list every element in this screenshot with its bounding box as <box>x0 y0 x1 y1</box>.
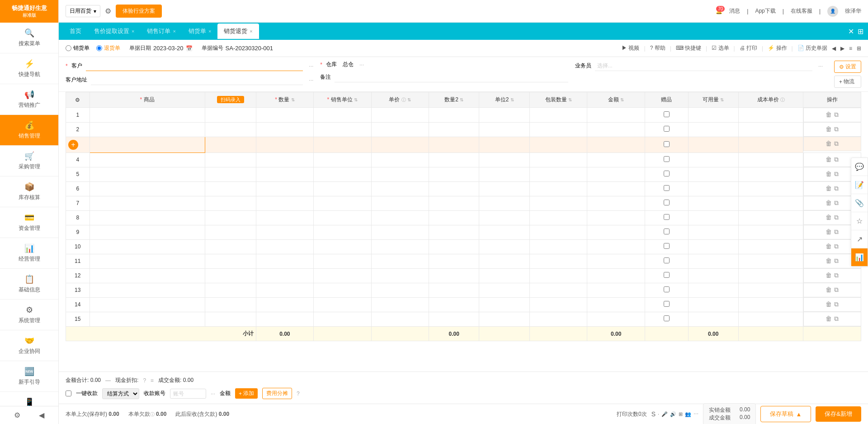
gift-checkbox-7[interactable] <box>664 200 670 205</box>
row-qty-11[interactable] <box>256 254 313 268</box>
row-cost-4[interactable] <box>739 152 803 167</box>
row-gift-15[interactable] <box>645 312 688 327</box>
delete-icon-2[interactable]: 🗑 <box>826 125 832 133</box>
row-unit-12[interactable] <box>314 268 371 283</box>
delete-icon-11[interactable]: 🗑 <box>826 257 832 265</box>
unit2-sort-icon[interactable]: ⇅ <box>510 97 514 102</box>
row-gift-1[interactable] <box>645 108 688 123</box>
customer-dots[interactable]: ··· <box>309 63 313 69</box>
row-cost-8[interactable] <box>739 210 803 225</box>
copy-icon-4[interactable]: ⧉ <box>834 156 839 164</box>
copy-icon-15[interactable]: ⧉ <box>834 315 839 323</box>
copy-icon-9[interactable]: ⧉ <box>834 228 839 236</box>
row-qty2-14[interactable] <box>429 297 479 312</box>
copy-icon-2[interactable]: ⧉ <box>834 125 839 133</box>
row-gift-5[interactable] <box>645 167 688 181</box>
row-gift-8[interactable] <box>645 210 688 225</box>
row-gift-7[interactable] <box>645 196 688 210</box>
row-price-8[interactable] <box>371 210 429 225</box>
row-product-15[interactable] <box>90 312 205 327</box>
row-product-13[interactable] <box>90 283 205 297</box>
copy-icon-14[interactable]: ⧉ <box>834 300 839 309</box>
row-price-12[interactable] <box>371 268 429 283</box>
toolbar-shortcut[interactable]: ⌨ 快捷键 <box>676 44 701 52</box>
tab-close-sale-out[interactable]: × <box>208 29 211 34</box>
row-product-4[interactable] <box>90 152 205 167</box>
row-available-11[interactable] <box>688 254 739 268</box>
radio-return[interactable]: 退货单 <box>96 44 120 52</box>
row-cost-10[interactable] <box>739 239 803 254</box>
row-qty2-5[interactable] <box>429 167 479 181</box>
row-unit-1[interactable] <box>314 108 371 123</box>
sidebar-item-enterprise[interactable]: 🤝 企业协同 <box>0 330 58 361</box>
address-input[interactable] <box>91 75 303 85</box>
toolbar-operate[interactable]: ⚡ 操作 <box>768 44 787 52</box>
rt-star[interactable]: ☆ <box>851 212 868 230</box>
row-available-4[interactable] <box>688 152 739 167</box>
radio-sale[interactable]: 销货单 <box>66 44 90 52</box>
row-product-3[interactable] <box>90 137 205 152</box>
copy-icon-3[interactable]: ⧉ <box>834 140 839 148</box>
gift-checkbox-2[interactable] <box>664 126 670 132</box>
row-gift-3[interactable] <box>645 137 688 152</box>
row-unit2-8[interactable] <box>479 210 530 225</box>
row-price-15[interactable] <box>371 312 429 327</box>
industry-select[interactable]: 日用百货 ▾ <box>66 5 100 17</box>
delete-icon-7[interactable]: 🗑 <box>826 199 832 207</box>
sidebar-item-sales[interactable]: 💰 销售管理 <box>0 115 58 146</box>
row-qty-9[interactable] <box>256 225 313 239</box>
row-amount-13[interactable] <box>587 283 645 297</box>
row-available-10[interactable] <box>688 239 739 254</box>
row-unit-6[interactable] <box>314 181 371 196</box>
toolbar-print[interactable]: 🖨 打印 <box>740 44 757 52</box>
product-input-3[interactable] <box>92 141 203 148</box>
row-qty2-13[interactable] <box>429 283 479 297</box>
cash-discount-help-icon[interactable]: ? <box>143 377 146 384</box>
row-qty2-15[interactable] <box>429 312 479 327</box>
gift-checkbox-11[interactable] <box>664 257 670 263</box>
toolbar-view1[interactable]: ≡ <box>849 45 852 52</box>
row-unit2-1[interactable] <box>479 108 530 123</box>
tab-menu-btn[interactable]: ⊞ <box>858 27 863 36</box>
row-qty-6[interactable] <box>256 181 313 196</box>
sidebar-item-operations[interactable]: 📊 经营管理 <box>0 238 58 269</box>
row-pkg-9[interactable] <box>530 225 587 239</box>
row-unit2-7[interactable] <box>479 196 530 210</box>
row-unit-2[interactable] <box>314 122 371 137</box>
row-available-3[interactable] <box>688 137 739 152</box>
delete-icon-9[interactable]: 🗑 <box>826 228 832 236</box>
row-price-9[interactable] <box>371 225 429 239</box>
row-available-8[interactable] <box>688 210 739 225</box>
radio-sale-input[interactable] <box>66 45 71 51</box>
row-qty2-7[interactable] <box>429 196 479 210</box>
row-amount-10[interactable] <box>587 239 645 254</box>
row-unit2-9[interactable] <box>479 225 530 239</box>
row-unit-10[interactable] <box>314 239 371 254</box>
row-gift-4[interactable] <box>645 152 688 167</box>
cost-info-icon[interactable]: ⓘ <box>780 97 785 102</box>
row-pkg-13[interactable] <box>530 283 587 297</box>
sidebar-item-finance[interactable]: 💳 资金管理 <box>0 207 58 238</box>
delete-icon-6[interactable]: 🗑 <box>826 185 832 193</box>
row-amount-14[interactable] <box>587 297 645 312</box>
delete-icon-5[interactable]: 🗑 <box>826 170 832 178</box>
row-qty-3[interactable] <box>256 137 313 152</box>
row-price-11[interactable] <box>371 254 429 268</box>
row-unit2-13[interactable] <box>479 283 530 297</box>
tab-home[interactable]: 首页 <box>63 24 88 39</box>
tab-sale-out[interactable]: 销货单 × <box>182 24 217 39</box>
dots-account[interactable]: ··· <box>211 391 215 397</box>
rt-chart[interactable]: 📊 <box>851 248 868 267</box>
price-sort-icon[interactable]: ⇅ <box>407 97 411 102</box>
delete-icon-4[interactable]: 🗑 <box>826 156 832 164</box>
toolbar-select[interactable]: ☑ 选单 <box>712 44 729 52</box>
row-available-14[interactable] <box>688 297 739 312</box>
copy-icon-8[interactable]: ⧉ <box>834 214 839 222</box>
voice-icon[interactable]: 🔊 <box>670 411 676 417</box>
tab-close-all-btn[interactable]: ✕ <box>848 27 854 36</box>
rt-chat[interactable]: 💬 <box>851 158 868 176</box>
sidebar-item-inventory[interactable]: 📦 库存核算 <box>0 176 58 207</box>
delete-icon-14[interactable]: 🗑 <box>826 300 832 309</box>
row-product-9[interactable] <box>90 225 205 239</box>
row-pkg-7[interactable] <box>530 196 587 210</box>
